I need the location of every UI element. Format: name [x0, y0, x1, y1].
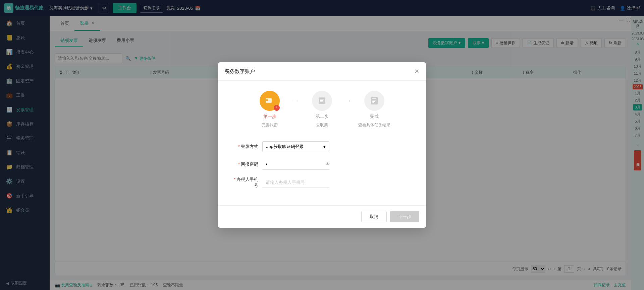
- step-3-icon-wrap: [364, 91, 384, 111]
- modal-title: 税务数字账户: [225, 68, 255, 75]
- step-1: ! 第一步 完善账密: [250, 91, 290, 128]
- step-1-title: 第一步: [263, 114, 276, 120]
- phone-input[interactable]: [262, 177, 329, 188]
- svg-rect-3: [268, 101, 270, 101]
- step-arrow-2: →: [342, 97, 354, 104]
- step-2: 第二步 去取票: [302, 91, 342, 128]
- step-1-badge: !: [274, 105, 280, 111]
- step-2-desc: 去取票: [316, 122, 328, 128]
- cancel-button[interactable]: 取消: [361, 211, 387, 222]
- step-2-icon-wrap: [312, 91, 332, 111]
- modal-footer: 取消 下一步: [218, 205, 426, 228]
- modal-body: ! 第一步 完善账密 →: [218, 81, 426, 205]
- tax-account-modal: 税务数字账户 ✕: [218, 62, 426, 228]
- phone-row: 办税人手机号: [231, 176, 413, 189]
- modal-close-button[interactable]: ✕: [414, 68, 419, 75]
- login-method-label: 登录方式: [231, 144, 258, 150]
- svg-rect-10: [372, 100, 376, 100]
- modal-overlay[interactable]: 税务数字账户 ✕: [0, 0, 644, 290]
- login-method-value: app获取验证码登录: [266, 144, 304, 150]
- svg-rect-6: [320, 100, 323, 101]
- toggle-password-icon[interactable]: 👁: [325, 161, 330, 167]
- password-row: 网报密码 👁: [231, 159, 413, 170]
- password-field-wrap: 👁: [262, 159, 329, 170]
- password-input[interactable]: [262, 159, 325, 169]
- modal-header: 税务数字账户 ✕: [218, 62, 426, 81]
- svg-rect-11: [372, 101, 375, 102]
- step-arrow-1: →: [290, 97, 302, 104]
- svg-rect-7: [320, 101, 323, 102]
- steps-indicator: ! 第一步 完善账密 →: [231, 91, 413, 128]
- svg-point-1: [266, 99, 268, 101]
- step-3-icon: [364, 91, 384, 111]
- svg-rect-5: [320, 99, 324, 99]
- login-method-row: 登录方式 app获取验证码登录 ▾: [231, 141, 413, 152]
- step-1-desc: 完善账密: [262, 122, 278, 128]
- chevron-down-icon: ▾: [323, 144, 326, 149]
- step-3-desc: 查看具体任务结果: [358, 122, 390, 128]
- svg-rect-2: [268, 99, 271, 100]
- next-button[interactable]: 下一步: [390, 211, 419, 222]
- step-3-title: 完成: [370, 114, 379, 120]
- password-label: 网报密码: [231, 161, 258, 167]
- step-2-title: 第二步: [316, 114, 329, 120]
- svg-rect-9: [372, 98, 376, 99]
- login-method-select[interactable]: app获取验证码登录 ▾: [262, 141, 329, 152]
- step-2-icon: [312, 91, 332, 111]
- svg-rect-8: [371, 97, 378, 104]
- step-1-icon-wrap: !: [260, 91, 280, 111]
- phone-label: 办税人手机号: [231, 176, 258, 189]
- step-3: 完成 查看具体任务结果: [354, 91, 394, 128]
